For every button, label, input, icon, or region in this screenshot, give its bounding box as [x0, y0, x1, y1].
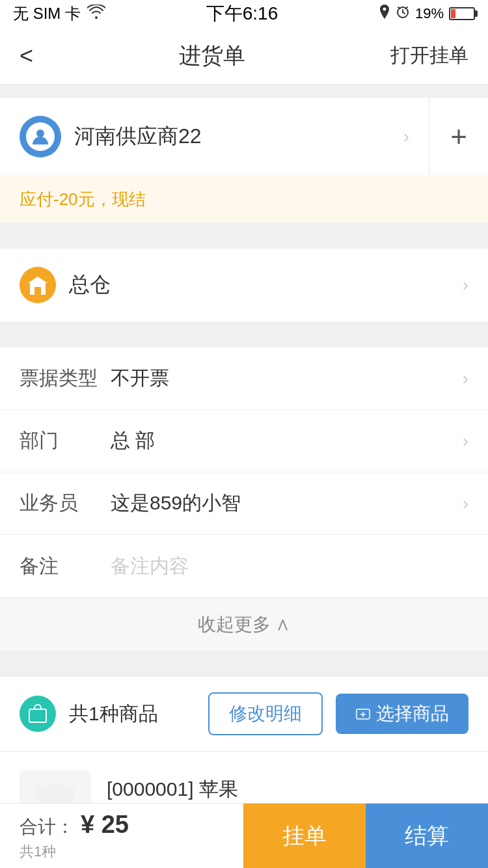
salesperson-chevron-icon: ›	[463, 493, 468, 514]
add-supplier-button[interactable]: +	[429, 98, 488, 176]
status-left: 无 SIM 卡	[13, 3, 105, 24]
total-main: 合计： ¥ 25	[20, 811, 224, 839]
warehouse-name: 总仓	[69, 271, 463, 299]
battery-percent: 19%	[415, 5, 444, 22]
warehouse-icon	[20, 267, 56, 303]
alarm-icon	[396, 5, 410, 23]
battery-icon	[449, 7, 475, 20]
remark-input[interactable]: 备注内容	[98, 553, 468, 580]
bottom-bar: 合计： ¥ 25 共1种 挂单 结算	[0, 803, 488, 868]
back-button[interactable]: <	[20, 42, 33, 70]
svg-rect-5	[34, 287, 41, 295]
supplier-section: 河南供应商22 › +	[0, 98, 488, 176]
section-gap-1	[0, 85, 488, 98]
invoice-chevron-icon: ›	[463, 368, 468, 389]
status-right: 19%	[379, 5, 475, 23]
section-gap-4	[0, 651, 488, 664]
total-label: 合计：	[20, 815, 74, 839]
section-gap-3	[0, 321, 488, 334]
supplier-selector[interactable]: 河南供应商22 ›	[0, 98, 429, 176]
form-section: 票据类型 不开票 › 部门 总 部 › 业务员 这是859的小智 › 备注 备注…	[0, 347, 488, 597]
total-amount: ¥ 25	[81, 811, 129, 839]
product-name: [0000001] 苹果	[107, 776, 435, 803]
invoice-type-row[interactable]: 票据类型 不开票 ›	[0, 347, 488, 410]
svg-point-3	[36, 129, 44, 137]
product-title: 苹果	[199, 778, 238, 800]
department-row[interactable]: 部门 总 部 ›	[0, 410, 488, 472]
location-icon	[379, 5, 390, 23]
products-icon	[20, 696, 56, 732]
invoice-label: 票据类型	[20, 365, 98, 392]
supplier-name: 河南供应商22	[74, 122, 403, 151]
warehouse-chevron-icon: ›	[463, 275, 468, 295]
select-product-button[interactable]: 选择商品	[336, 694, 468, 734]
hang-button[interactable]: 挂单	[243, 804, 366, 868]
salesperson-value: 这是859的小智	[98, 490, 463, 517]
alert-banner: 应付-20元，现结	[0, 176, 488, 223]
open-hang-button[interactable]: 打开挂单	[390, 42, 468, 69]
invoice-value: 不开票	[98, 365, 463, 392]
chevron-right-icon: ›	[403, 126, 409, 147]
product-code: [0000001]	[107, 778, 193, 800]
department-chevron-icon: ›	[463, 431, 468, 452]
edit-detail-button[interactable]: 修改明细	[208, 692, 323, 735]
supplier-avatar	[20, 116, 61, 157]
collapse-label: 收起更多 ∧	[198, 612, 291, 637]
department-label: 部门	[20, 427, 98, 454]
total-sub: 共1种	[20, 842, 224, 861]
svg-line-2	[403, 12, 405, 14]
remark-row[interactable]: 备注 备注内容	[0, 535, 488, 597]
salesperson-row[interactable]: 业务员 这是859的小智 ›	[0, 472, 488, 535]
status-bar: 无 SIM 卡 下午6:16 19%	[0, 0, 488, 27]
products-count: 共1种商品	[69, 701, 195, 727]
svg-point-12	[46, 783, 64, 801]
wifi-icon	[87, 5, 105, 23]
checkout-button[interactable]: 结算	[366, 804, 488, 868]
collapse-row[interactable]: 收起更多 ∧	[0, 599, 488, 651]
carrier-text: 无 SIM 卡	[13, 3, 81, 24]
warehouse-selector[interactable]: 总仓 ›	[0, 249, 488, 321]
salesperson-label: 业务员	[20, 490, 98, 517]
products-header: 共1种商品 修改明细 选择商品	[0, 677, 488, 751]
section-gap-2	[0, 223, 488, 236]
total-section: 合计： ¥ 25 共1种	[0, 804, 243, 868]
status-time: 下午6:16	[206, 1, 278, 26]
remark-label: 备注	[20, 553, 98, 580]
nav-bar: < 进货单 打开挂单	[0, 27, 488, 85]
alert-text: 应付-20元，现结	[20, 189, 146, 209]
page-title: 进货单	[179, 41, 245, 71]
department-value: 总 部	[98, 427, 463, 454]
select-product-label: 选择商品	[376, 701, 449, 726]
